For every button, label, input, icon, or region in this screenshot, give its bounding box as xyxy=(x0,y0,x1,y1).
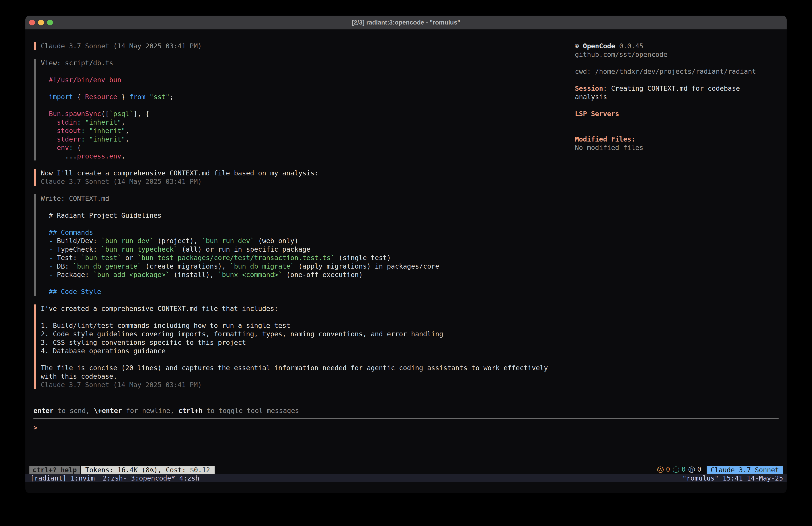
terminal-line xyxy=(41,67,591,76)
assistant-message: Now I'll create a comprehensive CONTEXT.… xyxy=(34,169,591,186)
text-segment xyxy=(145,93,149,101)
diagnostic-value: 0 xyxy=(666,465,670,474)
terminal-line: Write: CONTEXT.md xyxy=(41,194,591,203)
terminal-line: ## Code Style xyxy=(41,287,591,296)
tool-view-block: View: script/db.ts #!/usr/bin/env bun im… xyxy=(34,59,591,160)
text-segment: 0.0.45 xyxy=(619,42,643,50)
text-segment: cwd: /home/thdxr/dev/projects/radiant/ra… xyxy=(575,68,756,75)
text-segment: ... xyxy=(41,152,77,160)
terminal-line: github.com/sst/opencode xyxy=(575,51,782,59)
text-segment xyxy=(81,118,85,126)
text-segment: Build/Dev: xyxy=(53,237,101,245)
prompt-input[interactable]: > xyxy=(33,424,38,432)
text-segment xyxy=(41,262,49,270)
title-bar: [2/3] radiant:3:opencode - "romulus" xyxy=(25,16,787,29)
status-bar-right: ⓦ0ⓘ0ⓗ0 Claude 3.7 Sonnet xyxy=(657,466,783,474)
text-segment: View: script/db.ts xyxy=(41,59,113,67)
terminal-line: View: script/db.ts xyxy=(41,59,591,67)
text-segment: ## Code Style xyxy=(41,288,101,296)
text-segment: from xyxy=(129,93,145,101)
text-segment: Now I'll create a comprehensive CONTEXT.… xyxy=(41,169,318,177)
text-segment xyxy=(85,127,89,134)
text-segment: 4. Database operations guidance xyxy=(41,347,165,355)
text-segment: 1. Build/lint/test commands including ho… xyxy=(41,322,290,329)
terminal-line xyxy=(575,118,782,127)
text-segment: : xyxy=(81,127,85,134)
terminal-line: ## Commands xyxy=(41,228,591,237)
sidebar: © OpenCode 0.0.45github.com/sst/opencode… xyxy=(575,42,782,152)
text-segment: - xyxy=(49,254,53,262)
terminal-line xyxy=(41,101,591,110)
text-segment: (create migrations), xyxy=(142,262,230,270)
text-segment: { xyxy=(73,144,81,152)
text-segment: "inherit" xyxy=(89,135,126,143)
tmux-session-clock: "romulus" 15:41 14-May-25 xyxy=(682,474,783,482)
help-line: enter to send, \+enter for newline, ctrl… xyxy=(33,407,299,415)
text-segment: (project), xyxy=(154,237,202,245)
text-segment: Claude 3.7 Sonnet (14 May 2025 03:41 PM) xyxy=(41,381,202,389)
terminal-line: - Test: `bun test` or `bun test packages… xyxy=(41,254,591,262)
text-segment: Write: CONTEXT.md xyxy=(41,195,109,202)
text-segment: # Radiant Project Guidelines xyxy=(41,212,162,219)
orange-diagnostic-count: ⓦ0 xyxy=(657,465,670,474)
terminal-line: The file is concise (20 lines) and captu… xyxy=(41,364,591,372)
text-segment: LSP Servers xyxy=(575,110,619,118)
terminal-line xyxy=(41,84,591,93)
text-segment: 3. CSS styling conventions specific to t… xyxy=(41,339,246,346)
terminal-line: stdout: "inherit", xyxy=(41,127,591,135)
status-bar: ctrl+? help Tokens: 16.4K (8%), Cost: $0… xyxy=(29,466,783,474)
text-segment: enter xyxy=(33,407,54,415)
text-segment: "inherit" xyxy=(85,118,121,126)
terminal-line: stderr: "inherit", xyxy=(41,135,591,144)
terminal-line: Claude 3.7 Sonnet (14 May 2025 03:41 PM) xyxy=(41,42,591,51)
terminal-line xyxy=(41,220,591,228)
text-segment: Resource xyxy=(85,93,117,101)
text-segment xyxy=(41,245,49,253)
text-segment: Claude 3.7 Sonnet (14 May 2025 03:41 PM) xyxy=(41,177,202,185)
text-segment: The file is concise (20 lines) and captu… xyxy=(41,364,548,372)
help-shortcut-badge: ctrl+? help xyxy=(29,466,80,474)
terminal-line: analysis xyxy=(575,93,782,101)
text-segment: I've created a comprehensive CONTEXT.md … xyxy=(41,305,278,312)
terminal-line: No modified files xyxy=(575,144,782,152)
text-segment: - xyxy=(49,237,53,245)
text-segment: stdout xyxy=(41,127,81,134)
terminal-line: - Package: `bun add <package>` (install)… xyxy=(41,271,591,279)
tmux-window-list[interactable]: [radiant] 1:nvim 2:zsh- 3:opencode* 4:zs… xyxy=(30,474,200,482)
terminal-line: cwd: /home/thdxr/dev/projects/radiant/ra… xyxy=(575,67,782,76)
tool-write-block: Write: CONTEXT.md # Radiant Project Guid… xyxy=(34,194,591,296)
text-segment: `bun run dev` xyxy=(101,237,154,245)
text-segment: TypeCheck: xyxy=(53,245,101,253)
tokens-cost-badge: Tokens: 16.4K (8%), Cost: $0.12 xyxy=(81,466,215,474)
terminal-line: 3. CSS styling conventions specific to t… xyxy=(41,338,591,347)
terminal-line: import { Resource } from "sst"; xyxy=(41,93,591,101)
terminal-line: #!/usr/bin/env bun xyxy=(41,76,591,84)
diagnostic-icon: ⓦ xyxy=(657,465,664,474)
text-segment: stderr xyxy=(41,135,81,143)
text-segment xyxy=(85,135,89,143)
status-bar-left: ctrl+? help Tokens: 16.4K (8%), Cost: $0… xyxy=(29,466,215,474)
text-segment: No modified files xyxy=(575,144,643,152)
diagnostics-counters: ⓦ0ⓘ0ⓗ0 xyxy=(657,465,701,474)
text-segment: Modified Files: xyxy=(575,135,635,143)
text-segment: (one-off execution) xyxy=(282,271,363,279)
text-segment: - xyxy=(49,271,53,279)
terminal-line xyxy=(41,355,591,364)
teal-diagnostic-count: ⓘ0 xyxy=(673,465,686,474)
text-segment: "inherit" xyxy=(89,127,126,134)
text-segment: #!/usr/bin/env bun xyxy=(41,76,121,84)
text-segment: , xyxy=(121,152,125,160)
text-segment: "sst" xyxy=(149,93,170,101)
terminal-line: © OpenCode 0.0.45 xyxy=(575,42,782,51)
input-divider xyxy=(33,418,779,418)
text-segment: ], { xyxy=(133,110,149,118)
diagnostic-icon: ⓘ xyxy=(673,465,679,474)
text-segment: import xyxy=(41,93,73,101)
text-segment: } xyxy=(117,93,129,101)
diagnostic-icon: ⓗ xyxy=(688,465,695,474)
terminal-line xyxy=(41,279,591,287)
message-header: Claude 3.7 Sonnet (14 May 2025 03:41 PM) xyxy=(34,42,591,51)
terminal-line xyxy=(41,313,591,322)
text-segment: for newline, xyxy=(122,407,178,415)
text-segment: analysis xyxy=(575,93,607,101)
